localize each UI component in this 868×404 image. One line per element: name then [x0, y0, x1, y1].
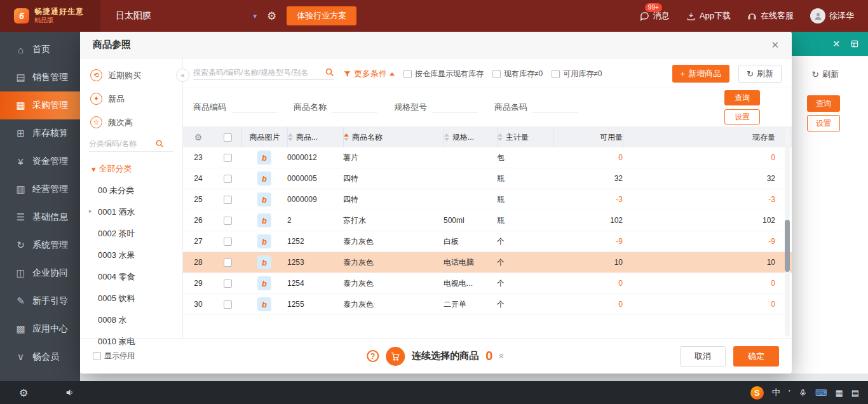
- panel-icon[interactable]: [850, 39, 859, 48]
- sidebar-item-purchase[interactable]: ▦采购管理: [0, 91, 80, 119]
- page-refresh-link[interactable]: ↻ 刷新: [811, 69, 839, 80]
- checkbox[interactable]: [492, 70, 501, 78]
- settings-button[interactable]: 设置: [724, 109, 760, 125]
- category-item[interactable]: 00 未分类: [80, 180, 182, 201]
- option-available-nonzero[interactable]: 可用库存≠0: [552, 69, 602, 79]
- select-all-checkbox[interactable]: [224, 133, 232, 142]
- confirm-button[interactable]: 确定: [733, 346, 779, 367]
- help-icon[interactable]: ?: [367, 350, 379, 362]
- sidebar-item-collaboration[interactable]: ◫企业协同: [0, 259, 80, 287]
- sidebar-item-home[interactable]: ⌂首页: [0, 36, 80, 64]
- checkbox[interactable]: [403, 70, 412, 78]
- table-scrollbar[interactable]: [785, 128, 790, 337]
- category-item[interactable]: 0002 茶叶: [80, 223, 182, 245]
- collapse-selection-icon[interactable]: «: [497, 353, 508, 358]
- close-icon[interactable]: ✕: [832, 39, 840, 49]
- option-show-by-warehouse[interactable]: 按仓库显示现有库存: [403, 69, 484, 79]
- column-name[interactable]: 商品名称: [343, 127, 444, 147]
- gear-icon[interactable]: ⚙: [267, 10, 276, 23]
- row-checkbox[interactable]: [224, 279, 232, 288]
- option-stock-nonzero[interactable]: 现有库存≠0: [492, 69, 543, 79]
- cancel-button[interactable]: 取消: [680, 346, 726, 367]
- sort-icon[interactable]: [344, 133, 349, 141]
- toolbox-icon[interactable]: ▤: [851, 388, 859, 398]
- filter-barcode-input[interactable]: [532, 103, 578, 112]
- category-all[interactable]: ▾全部分类: [80, 158, 182, 180]
- sidebar-item-app-center[interactable]: ▩应用中心: [0, 315, 80, 343]
- category-item[interactable]: 0005 饮料: [80, 288, 182, 309]
- column-unit[interactable]: 主计量: [497, 127, 553, 147]
- more-filters-toggle[interactable]: 更多条件: [343, 68, 395, 79]
- keyboard-icon[interactable]: ⌨: [815, 388, 827, 398]
- cart-icon[interactable]: [386, 347, 405, 366]
- row-checkbox[interactable]: [224, 259, 232, 267]
- filter-spec-input[interactable]: [432, 103, 478, 112]
- close-icon[interactable]: ✕: [771, 39, 779, 51]
- punctuation-icon[interactable]: ’: [789, 388, 790, 398]
- sort-icon[interactable]: [288, 133, 293, 141]
- sidebar-item-sales[interactable]: ▤销售管理: [0, 64, 80, 91]
- sidebar-item-basic-info[interactable]: ☰基础信息: [0, 203, 80, 231]
- quick-filter-frequent[interactable]: ☆ 频次高: [80, 111, 182, 134]
- checkbox[interactable]: [552, 70, 560, 78]
- collapse-panel-button[interactable]: «: [176, 69, 189, 82]
- app-download-button[interactable]: App下载: [686, 10, 731, 22]
- table-row[interactable]: 26 b 2 苏打水 500ml 瓶 102 102: [183, 210, 792, 231]
- category-search-input[interactable]: [89, 139, 155, 148]
- table-row-selected[interactable]: 28 b 1253 泰力灰色 电话电脑 个 10 10: [183, 252, 792, 273]
- table-row[interactable]: 30 b 1255 泰力灰色 二开单 个 0 0: [183, 294, 792, 315]
- page-settings-button[interactable]: 设置: [807, 115, 840, 131]
- sort-icon[interactable]: [498, 133, 503, 141]
- user-menu[interactable]: 徐泽华: [810, 8, 854, 24]
- speaker-icon[interactable]: [65, 387, 75, 398]
- table-row[interactable]: 23 b 0000012 薯片 包 0 0: [183, 147, 792, 168]
- chinese-mode-icon[interactable]: 中: [772, 387, 780, 398]
- store-selector[interactable]: 日太阳膜 ▾: [111, 10, 262, 22]
- row-checkbox[interactable]: [224, 196, 232, 204]
- row-checkbox[interactable]: [224, 154, 232, 162]
- page-query-button[interactable]: 查询: [807, 95, 840, 112]
- search-icon[interactable]: [325, 67, 334, 77]
- sogou-logo[interactable]: S: [750, 386, 764, 400]
- column-code[interactable]: 商品...: [287, 127, 343, 147]
- sort-icon[interactable]: [444, 133, 449, 141]
- expand-arrow-icon[interactable]: ▸: [89, 208, 92, 214]
- table-row[interactable]: 27 b 1252 泰力灰色 白板 个 -9 -9: [183, 231, 792, 252]
- filter-code-input[interactable]: [231, 103, 277, 112]
- row-checkbox[interactable]: [224, 217, 232, 225]
- sidebar-item-guide[interactable]: ✎新手引导: [0, 287, 80, 315]
- row-checkbox[interactable]: [224, 238, 232, 246]
- table-row[interactable]: 24 b 0000005 四特 瓶 32 32: [183, 168, 792, 189]
- category-item[interactable]: 0003 水果: [80, 245, 182, 266]
- row-checkbox[interactable]: [224, 300, 232, 309]
- add-product-button[interactable]: +新增商品: [672, 65, 730, 83]
- show-disabled-option[interactable]: 显示停用: [93, 351, 135, 361]
- industry-plan-button[interactable]: 体验行业方案: [287, 6, 356, 25]
- filter-name-input[interactable]: [332, 103, 377, 112]
- sidebar-item-member[interactable]: ∨畅会员: [0, 343, 80, 371]
- category-item[interactable]: ▸0001 酒水: [80, 201, 182, 223]
- column-spec[interactable]: 规格...: [444, 127, 497, 147]
- refresh-button[interactable]: ↻刷新: [738, 65, 782, 83]
- checkbox[interactable]: [93, 352, 101, 360]
- category-item[interactable]: 0008 水: [80, 309, 182, 331]
- search-icon[interactable]: [155, 139, 164, 148]
- sidebar-item-funds[interactable]: ¥资金管理: [0, 147, 80, 175]
- sidebar-item-inventory[interactable]: ⊞库存核算: [0, 119, 80, 147]
- settings-gear-icon[interactable]: ⚙: [19, 387, 28, 399]
- column-settings-icon[interactable]: ⚙: [194, 132, 203, 142]
- table-row[interactable]: 25 b 0000009 四特 瓶 -3 -3: [183, 189, 792, 210]
- scrollbar-thumb[interactable]: [785, 220, 790, 272]
- messages-button[interactable]: 99+ 消息: [640, 10, 670, 22]
- quick-filter-new[interactable]: ✦ 新品: [80, 87, 182, 111]
- row-checkbox[interactable]: [224, 175, 232, 183]
- table-row[interactable]: 29 b 1254 泰力灰色 电视电... 个 0 0: [183, 273, 792, 294]
- sidebar-item-operations[interactable]: ▥经营管理: [0, 175, 80, 203]
- online-support-button[interactable]: 在线客服: [747, 10, 794, 22]
- grid-icon[interactable]: ▦: [835, 388, 843, 398]
- product-search-input[interactable]: [193, 68, 325, 77]
- quick-filter-recent[interactable]: ⟲ 近期购买: [80, 64, 182, 87]
- sidebar-item-system[interactable]: ↻系统管理: [0, 231, 80, 259]
- category-item[interactable]: 0004 零食: [80, 266, 182, 288]
- mic-icon[interactable]: [799, 389, 807, 397]
